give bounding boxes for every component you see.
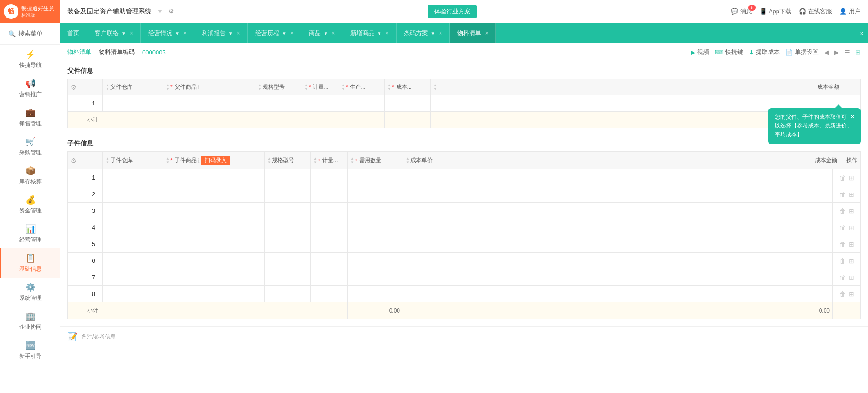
tab-home[interactable]: 首页 <box>60 23 87 43</box>
user-button[interactable]: 👤 用户 <box>839 7 861 16</box>
copy-icon[interactable]: ⊞ <box>849 274 854 281</box>
child-row-unit-cost[interactable] <box>403 253 458 269</box>
close-icon[interactable]: × <box>130 30 133 36</box>
breadcrumb-parent[interactable]: 物料清单 <box>67 48 91 56</box>
child-row-unit[interactable] <box>311 169 348 186</box>
delete-icon[interactable]: 🗑 <box>839 207 846 215</box>
sidebar-item-enterprise[interactable]: 🏢 企业协同 <box>0 307 60 336</box>
parent-row-production[interactable] <box>338 95 385 112</box>
sidebar-search[interactable]: 🔍 搜索菜单 <box>0 23 60 45</box>
child-row-qty[interactable] <box>348 236 403 253</box>
parent-row-spec[interactable] <box>255 95 301 112</box>
nav-right-icon[interactable]: ▶ <box>834 49 839 56</box>
child-row-product[interactable] <box>163 253 265 269</box>
tab-new-products[interactable]: 新增商品 ▼ × <box>343 23 397 43</box>
gear-icon[interactable]: ⚙ <box>71 84 77 91</box>
expand-icon[interactable]: ☰ <box>844 49 850 56</box>
parent-row-warehouse[interactable] <box>103 95 163 112</box>
child-row-unit-cost[interactable] <box>403 269 458 286</box>
copy-icon[interactable]: ⊞ <box>849 224 854 231</box>
search-menu-button[interactable]: 🔍 搜索菜单 <box>4 27 56 41</box>
child-row-product[interactable] <box>163 203 265 219</box>
child-row-unit-cost[interactable] <box>403 186 458 203</box>
child-row-unit-cost[interactable] <box>403 169 458 186</box>
child-row-spec[interactable] <box>265 253 311 269</box>
child-row-spec[interactable] <box>265 269 311 286</box>
delete-icon[interactable]: 🗑 <box>839 191 846 198</box>
parent-row-unit[interactable] <box>301 95 338 112</box>
sidebar-item-basic[interactable]: 📋 基础信息 <box>0 248 60 278</box>
notes-icon[interactable]: 📝 <box>67 332 78 342</box>
trial-button[interactable]: 体验行业方案 <box>428 5 477 18</box>
child-row-warehouse[interactable] <box>103 269 163 286</box>
online-service-button[interactable]: 🎧 在线客服 <box>799 7 832 16</box>
child-row-qty[interactable] <box>348 286 403 302</box>
close-icon[interactable]: × <box>290 30 294 36</box>
child-row-unit-cost[interactable] <box>403 286 458 302</box>
child-row-warehouse[interactable] <box>103 219 163 236</box>
parent-row-cost[interactable] <box>385 95 431 112</box>
single-settings-action[interactable]: 📄 单据设置 <box>785 48 819 56</box>
sidebar-item-sales[interactable]: 💼 销售管理 <box>0 103 60 132</box>
sidebar-item-purchase[interactable]: 🛒 采购管理 <box>0 132 60 161</box>
child-row-qty[interactable] <box>348 169 403 186</box>
extract-cost-action[interactable]: ⬇ 提取成本 <box>749 48 780 56</box>
child-row-warehouse[interactable] <box>103 253 163 269</box>
child-row-unit-cost[interactable] <box>403 236 458 253</box>
nav-left-icon[interactable]: ◀ <box>824 49 829 56</box>
child-row-spec[interactable] <box>265 186 311 203</box>
view-action[interactable]: ▶ 视频 <box>691 48 709 56</box>
scan-button[interactable]: 扫码录入 <box>201 156 230 165</box>
delete-icon[interactable]: 🗑 <box>839 257 846 265</box>
child-row-warehouse[interactable] <box>103 203 163 219</box>
tooltip-close-button[interactable]: × <box>851 113 854 121</box>
tab-barcode[interactable]: 条码方案 ▼ × <box>397 23 450 43</box>
delete-icon[interactable]: 🗑 <box>839 290 846 298</box>
child-row-qty[interactable] <box>348 219 403 236</box>
child-row-spec[interactable] <box>265 219 311 236</box>
copy-icon[interactable]: ⊞ <box>849 241 854 248</box>
copy-icon[interactable]: ⊞ <box>849 257 854 265</box>
child-row-qty[interactable] <box>348 253 403 269</box>
child-row-qty[interactable] <box>348 186 403 203</box>
info-icon[interactable]: ℹ <box>198 157 200 164</box>
close-icon[interactable]: × <box>332 30 335 36</box>
sidebar-item-quick-nav[interactable]: ⚡ 快捷导航 <box>0 45 60 74</box>
child-row-unit[interactable] <box>311 253 348 269</box>
child-row-unit[interactable] <box>311 269 348 286</box>
app-download-button[interactable]: 📱 App下载 <box>760 7 791 16</box>
tab-history[interactable]: 经营历程 ▼ × <box>248 23 301 43</box>
child-row-warehouse[interactable] <box>103 186 163 203</box>
child-row-unit-cost[interactable] <box>403 203 458 219</box>
copy-icon[interactable]: ⊞ <box>849 191 854 198</box>
sidebar-item-operations[interactable]: 📊 经营管理 <box>0 219 60 248</box>
tab-profit[interactable]: 利润报告 ▼ × <box>194 23 248 43</box>
settings-icon[interactable]: ⚙ <box>169 8 174 15</box>
shortcut-action[interactable]: ⌨ 快捷键 <box>715 48 743 56</box>
grid-icon[interactable]: ⊞ <box>856 49 861 56</box>
child-row-spec[interactable] <box>265 236 311 253</box>
child-row-warehouse[interactable] <box>103 286 163 302</box>
close-icon[interactable]: × <box>439 30 442 36</box>
child-row-unit[interactable] <box>311 203 348 219</box>
sidebar-item-finance[interactable]: 💰 资金管理 <box>0 190 60 219</box>
child-row-product[interactable] <box>163 269 265 286</box>
child-row-product[interactable] <box>163 236 265 253</box>
delete-icon[interactable]: 🗑 <box>839 274 846 281</box>
gear-icon[interactable]: ⚙ <box>71 157 77 164</box>
info-icon[interactable]: ℹ <box>198 84 200 91</box>
close-icon[interactable]: × <box>237 30 240 36</box>
message-button[interactable]: 💬 消息 6 <box>731 7 752 16</box>
child-row-warehouse[interactable] <box>103 236 163 253</box>
child-row-product[interactable] <box>163 186 265 203</box>
child-row-unit[interactable] <box>311 286 348 302</box>
child-row-unit[interactable] <box>311 236 348 253</box>
sidebar-item-system[interactable]: ⚙️ 系统管理 <box>0 278 60 307</box>
sidebar-item-inventory[interactable]: 📦 库存核算 <box>0 161 60 190</box>
child-row-unit[interactable] <box>311 219 348 236</box>
close-icon[interactable]: × <box>386 30 389 36</box>
child-row-spec[interactable] <box>265 203 311 219</box>
copy-icon[interactable]: ⊞ <box>849 207 854 215</box>
delete-icon[interactable]: 🗑 <box>839 224 846 231</box>
close-icon[interactable]: × <box>485 30 488 36</box>
